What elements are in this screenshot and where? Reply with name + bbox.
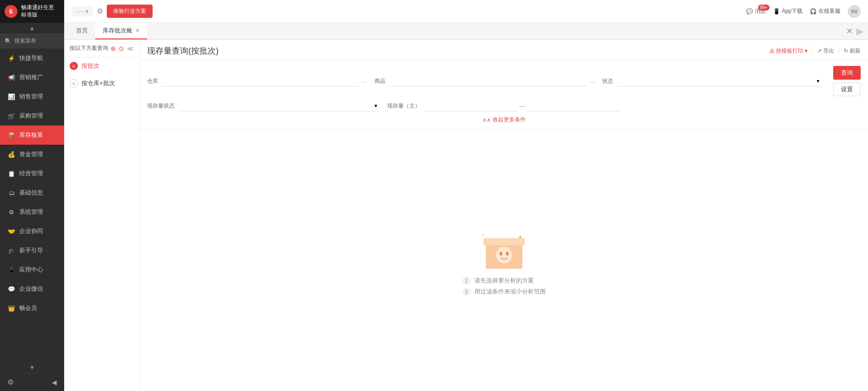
nav-label: 应用中心	[19, 266, 43, 274]
product-input[interactable]	[389, 76, 586, 87]
page-header-actions: 🖨 按模板打印 ▾ ↗ 导出 ↻ 刷新	[769, 47, 861, 55]
sidebar-item-marketing[interactable]: 📢 营销推广	[0, 68, 64, 87]
sidebar-search-btn[interactable]: 🔍 搜索菜单	[0, 33, 64, 49]
experience-btn[interactable]: 体验行业方案	[107, 5, 153, 18]
tab-inventory-batch[interactable]: 库存批次账 ✕	[95, 23, 147, 39]
topbar-left: ── ▾ ⚙ 体验行业方案	[71, 5, 742, 18]
svg-text:✦: ✦	[518, 234, 522, 240]
topbar-right: 💬 消息 99+ 📱 App下载 🎧 在线客服 Rit	[746, 5, 861, 18]
main-area: ── ▾ ⚙ 体验行业方案 💬 消息 99+ 📱 App下载 🎧 在线客服	[64, 0, 868, 391]
settings-icon[interactable]: ⚙	[7, 378, 14, 386]
search-icon: 🔍	[5, 38, 11, 44]
inventory-icon: 📦	[7, 131, 16, 139]
search-label: 搜索菜单	[14, 37, 36, 45]
enterprise-icon: 🤝	[7, 227, 16, 235]
basics-icon: 🗂	[7, 189, 16, 197]
scheme-panel: 按以下方案查询 ⊕ ⊙ ≪ ≡ 按批次 ≡ 按仓库+批次	[64, 40, 140, 391]
empty-svg: ✦ ✦	[477, 225, 532, 271]
scheme-title: 按以下方案查询	[70, 44, 108, 52]
nav-label: 系统管理	[19, 208, 43, 216]
finance-icon: 💰	[7, 150, 16, 158]
tab-home[interactable]: 首页	[69, 23, 95, 39]
refresh-btn[interactable]: ↻ 刷新	[844, 47, 861, 55]
app-download-label: App下载	[782, 7, 802, 15]
nav-label: 畅会员	[19, 304, 37, 312]
topbar-settings-icon[interactable]: ⚙	[97, 7, 103, 16]
svg-text:✦: ✦	[481, 233, 485, 238]
sidebar-item-app-center[interactable]: 📱 应用中心	[0, 260, 64, 279]
sidebar-item-sales[interactable]: 📊 销售管理	[0, 87, 64, 106]
inventory-qty-from[interactable]	[424, 101, 517, 111]
sidebar-item-vip[interactable]: 👑 畅会员	[0, 299, 64, 318]
divider	[812, 48, 813, 54]
sidebar-item-enterprise-wechat[interactable]: 💬 企业微信	[0, 279, 64, 299]
print-dropdown-icon[interactable]: ▾	[805, 48, 808, 54]
sidebar-item-system[interactable]: ⚙ 系统管理	[0, 202, 64, 222]
collapse-icon: ∧∧	[483, 117, 491, 123]
print-template-btn[interactable]: 🖨 按模板打印 ▾	[769, 47, 808, 55]
vip-icon: 👑	[7, 304, 16, 312]
notifications-btn[interactable]: 💬 消息 99+	[746, 7, 766, 15]
message-icon: 💬	[746, 8, 753, 15]
app-download-btn[interactable]: 📱 App下载	[773, 7, 802, 15]
empty-state: ✦ ✦ 1 请先选择要分析的方案 2 用过滤条件来缩小分析范围	[140, 130, 868, 391]
inventory-status-filter-group: 现存量状态 ▾	[147, 101, 380, 111]
filter-actions: 查询 设置	[833, 66, 861, 96]
user-menu[interactable]: Rit	[848, 5, 861, 18]
sidebar: 6 畅康通好生意 标准版 ▲ 🔍 搜索菜单 ⚡ 快捷导航 📢 营销推广 📊 销售…	[0, 0, 64, 391]
headset-icon: 🎧	[810, 8, 817, 15]
inventory-status-select[interactable]: ▾	[178, 101, 380, 111]
online-service-btn[interactable]: 🎧 在线客服	[810, 7, 841, 15]
product-more-btn[interactable]: ...	[590, 78, 595, 84]
tip-num-2: 2	[462, 288, 471, 296]
empty-tip-2: 2 用过滤条件来缩小分析范围	[462, 288, 546, 296]
page-title: 现存量查询(按批次)	[147, 45, 219, 56]
status-select[interactable]: ▾	[617, 76, 822, 87]
filter-section: 仓库 ... 商品 ... 状态 ▾	[140, 60, 868, 130]
tab-close-icon[interactable]: ✕	[135, 28, 140, 33]
scroll-down-btn[interactable]: ▼	[0, 362, 64, 373]
sidebar-item-quick-nav[interactable]: ⚡ 快捷导航	[0, 49, 64, 68]
sidebar-item-purchase[interactable]: 🛒 采购管理	[0, 106, 64, 125]
dropdown-icon[interactable]: ▾	[86, 8, 88, 15]
sidebar-item-operations[interactable]: 📋 经营管理	[0, 164, 64, 183]
panel-close-btn[interactable]: ✕	[842, 26, 857, 36]
app-edition: 标准版	[21, 11, 54, 19]
tab-inventory-batch-label: 库存批次账	[103, 27, 132, 35]
divider2	[839, 48, 839, 54]
warehouse-more-btn[interactable]: ...	[363, 78, 367, 84]
sidebar-item-newbie[interactable]: 🎓 新手引导	[0, 241, 64, 260]
nav-label: 快捷导航	[19, 54, 43, 62]
scheme-header-actions: ⊕ ⊙ ≪	[110, 45, 134, 52]
status-dropdown-icon: ▾	[817, 78, 819, 84]
sales-icon: 📊	[7, 92, 16, 101]
scheme-item-by-batch[interactable]: ≡ 按批次	[64, 57, 139, 75]
warehouse-input[interactable]	[162, 76, 359, 87]
sidebar-item-inventory[interactable]: 📦 库存核算	[0, 125, 64, 145]
sidebar-item-finance[interactable]: 💰 资金管理	[0, 145, 64, 164]
sidebar-item-basics[interactable]: 🗂 基础信息	[0, 183, 64, 202]
collapse-sidebar-icon[interactable]: ◀	[52, 379, 57, 386]
scheme-settings-btn[interactable]: ⊙	[119, 45, 124, 52]
collapse-scheme-icon[interactable]: ≪	[127, 45, 134, 52]
collapse-btn[interactable]: ∧∧ 收起更多条件	[483, 116, 526, 124]
scroll-up-btn[interactable]: ▲	[0, 23, 64, 33]
add-scheme-btn[interactable]: ⊕	[110, 45, 116, 52]
inventory-status-dropdown-icon: ▾	[374, 103, 377, 109]
svg-point-4	[506, 252, 509, 255]
panel-expand-icon[interactable]: ▶	[857, 26, 863, 37]
nav-label: 资金管理	[19, 150, 43, 158]
query-btn[interactable]: 查询	[833, 66, 861, 80]
notification-badge: 99+	[758, 5, 769, 11]
filter-row-1: 仓库 ... 商品 ... 状态 ▾	[147, 66, 861, 96]
settings-btn[interactable]: 设置	[833, 82, 861, 96]
inventory-qty-to[interactable]	[527, 101, 621, 111]
export-btn[interactable]: ↗ 导出	[817, 47, 834, 55]
scheme-item-by-warehouse-batch[interactable]: ≡ 按仓库+批次	[64, 75, 139, 92]
tab-home-label: 首页	[76, 27, 88, 35]
sidebar-item-enterprise[interactable]: 🤝 企业协同	[0, 222, 64, 241]
scheme-inactive-icon: ≡	[70, 79, 78, 87]
app-center-icon: 📱	[7, 266, 16, 274]
inventory-status-label: 现存量状态	[147, 102, 175, 110]
content-area: 按以下方案查询 ⊕ ⊙ ≪ ≡ 按批次 ≡ 按仓库+批次	[64, 40, 868, 391]
